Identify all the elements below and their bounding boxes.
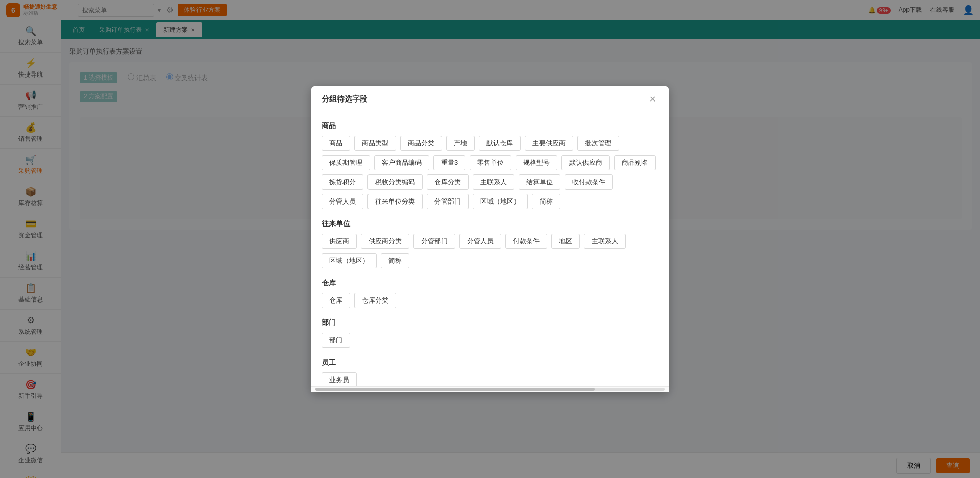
modal: 分组待选字段 ✕ 商品 商品 商品类型 商品分类 产地 默认仓库 主要供应商 批… xyxy=(311,86,669,392)
field-tag[interactable]: 供应商分类 xyxy=(361,234,409,249)
section-goods-fields: 商品 商品类型 商品分类 产地 默认仓库 主要供应商 批次管理 保质期管理 客户… xyxy=(322,136,658,209)
field-tag[interactable]: 收付款条件 xyxy=(565,174,613,190)
field-tag[interactable]: 仓库分类 xyxy=(354,293,396,308)
field-tag[interactable]: 默认仓库 xyxy=(479,136,521,151)
field-tag[interactable]: 供应商 xyxy=(322,234,357,249)
field-tag[interactable]: 仓库分类 xyxy=(427,174,469,190)
field-tag[interactable]: 付款条件 xyxy=(505,234,547,249)
section-warehouse: 仓库 仓库 仓库分类 xyxy=(322,279,658,308)
field-tag[interactable]: 拣货积分 xyxy=(322,174,363,190)
field-tag[interactable]: 区域（地区） xyxy=(473,194,528,209)
field-tag[interactable]: 主联系人 xyxy=(473,174,514,190)
field-tag[interactable]: 部门 xyxy=(322,333,350,348)
field-tag[interactable]: 商品 xyxy=(322,136,350,151)
section-goods-title: 商品 xyxy=(322,121,658,131)
field-tag[interactable]: 产地 xyxy=(446,136,475,151)
section-staff-fields: 业务员 xyxy=(322,372,658,386)
field-tag[interactable]: 简称 xyxy=(532,194,560,209)
section-partner-title: 往来单位 xyxy=(322,219,658,229)
field-tag[interactable]: 区域（地区） xyxy=(322,253,377,268)
field-tag[interactable]: 商品类型 xyxy=(354,136,396,151)
section-goods: 商品 商品 商品类型 商品分类 产地 默认仓库 主要供应商 批次管理 保质期管理… xyxy=(322,121,658,209)
field-tag[interactable]: 保质期管理 xyxy=(322,155,370,170)
section-department-fields: 部门 xyxy=(322,333,658,348)
field-tag[interactable]: 重量3 xyxy=(433,155,465,170)
section-staff: 员工 业务员 xyxy=(322,358,658,386)
field-tag[interactable]: 商品别名 xyxy=(614,155,656,170)
section-partner-fields: 供应商 供应商分类 分管部门 分管人员 付款条件 地区 主联系人 区域（地区） … xyxy=(322,234,658,268)
modal-body: 商品 商品 商品类型 商品分类 产地 默认仓库 主要供应商 批次管理 保质期管理… xyxy=(311,113,669,386)
field-tag[interactable]: 批次管理 xyxy=(577,136,619,151)
section-warehouse-fields: 仓库 仓库分类 xyxy=(322,293,658,308)
modal-overlay: 分组待选字段 ✕ 商品 商品 商品类型 商品分类 产地 默认仓库 主要供应商 批… xyxy=(0,0,980,478)
field-tag[interactable]: 分管部门 xyxy=(427,194,469,209)
field-tag[interactable]: 税收分类编码 xyxy=(368,174,423,190)
field-tag[interactable]: 分管部门 xyxy=(413,234,455,249)
field-tag[interactable]: 往来单位分类 xyxy=(368,194,423,209)
field-tag[interactable]: 默认供应商 xyxy=(561,155,610,170)
modal-close-btn[interactable]: ✕ xyxy=(646,93,658,106)
section-warehouse-title: 仓库 xyxy=(322,279,658,288)
field-tag[interactable]: 分管人员 xyxy=(459,234,501,249)
modal-footer-scroll xyxy=(311,386,669,392)
field-tag[interactable]: 业务员 xyxy=(322,372,357,386)
field-tag[interactable]: 地区 xyxy=(551,234,580,249)
field-tag[interactable]: 结算单位 xyxy=(519,174,560,190)
field-tag[interactable]: 分管人员 xyxy=(322,194,363,209)
field-tag[interactable]: 客户商品编码 xyxy=(374,155,429,170)
section-department-title: 部门 xyxy=(322,318,658,328)
section-partner: 往来单位 供应商 供应商分类 分管部门 分管人员 付款条件 地区 主联系人 区域… xyxy=(322,219,658,268)
section-staff-title: 员工 xyxy=(322,358,658,367)
field-tag[interactable]: 简称 xyxy=(381,253,409,268)
modal-title: 分组待选字段 xyxy=(322,94,368,104)
section-department: 部门 部门 xyxy=(322,318,658,348)
field-tag[interactable]: 零售单位 xyxy=(470,155,511,170)
field-tag[interactable]: 主要供应商 xyxy=(525,136,573,151)
field-tag[interactable]: 仓库 xyxy=(322,293,350,308)
field-tag[interactable]: 主联系人 xyxy=(584,234,626,249)
modal-header: 分组待选字段 ✕ xyxy=(311,86,669,113)
field-tag[interactable]: 商品分类 xyxy=(400,136,442,151)
field-tag[interactable]: 规格型号 xyxy=(516,155,557,170)
